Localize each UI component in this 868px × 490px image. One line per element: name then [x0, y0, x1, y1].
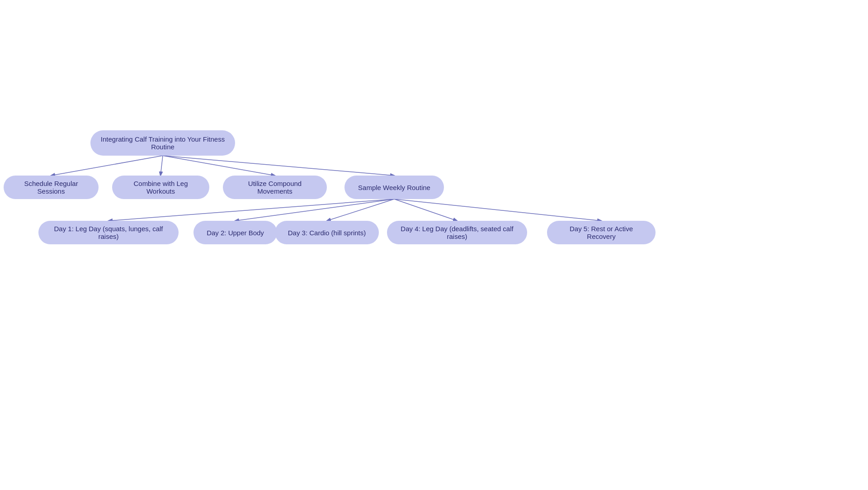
node-root: Integrating Calf Training into Your Fitn…: [90, 130, 235, 156]
svg-line-8: [394, 199, 601, 221]
svg-line-7: [394, 199, 457, 221]
node-utilize-label: Utilize Compound Movements: [232, 180, 318, 195]
connections-svg: [0, 0, 868, 490]
node-day3: Day 3: Cardio (hill sprints): [275, 221, 379, 244]
node-day2: Day 2: Upper Body: [193, 221, 277, 244]
node-day2-label: Day 2: Upper Body: [207, 229, 264, 237]
node-sample-label: Sample Weekly Routine: [358, 184, 430, 191]
node-combine-label: Combine with Leg Workouts: [121, 180, 200, 195]
node-schedule-label: Schedule Regular Sessions: [13, 180, 90, 195]
node-day4-label: Day 4: Leg Day (deadlifts, seated calf r…: [396, 225, 518, 240]
svg-line-6: [327, 199, 394, 221]
node-combine: Combine with Leg Workouts: [112, 176, 209, 199]
node-day5-label: Day 5: Rest or Active Recovery: [556, 225, 646, 240]
diagram-container: Integrating Calf Training into Your Fitn…: [0, 0, 868, 490]
node-day1: Day 1: Leg Day (squats, lunges, calf rai…: [38, 221, 179, 244]
svg-line-3: [163, 156, 394, 176]
svg-line-5: [235, 199, 394, 221]
node-utilize: Utilize Compound Movements: [223, 176, 327, 199]
node-schedule: Schedule Regular Sessions: [4, 176, 99, 199]
svg-line-2: [163, 156, 275, 176]
node-day1-label: Day 1: Leg Day (squats, lunges, calf rai…: [47, 225, 170, 240]
svg-line-0: [51, 156, 163, 176]
node-root-label: Integrating Calf Training into Your Fitn…: [99, 135, 226, 151]
svg-line-4: [108, 199, 394, 221]
node-day3-label: Day 3: Cardio (hill sprints): [288, 229, 366, 237]
node-day4: Day 4: Leg Day (deadlifts, seated calf r…: [387, 221, 527, 244]
svg-line-1: [160, 156, 163, 176]
node-day5: Day 5: Rest or Active Recovery: [547, 221, 656, 244]
node-sample: Sample Weekly Routine: [344, 176, 444, 199]
